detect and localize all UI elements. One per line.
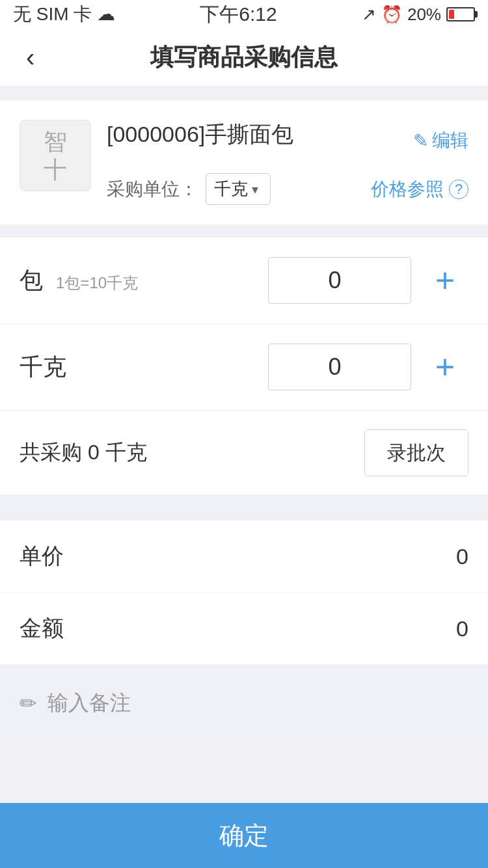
- battery-icon: [446, 7, 475, 21]
- quantity-input-wrap-package: +: [138, 257, 468, 304]
- price-reference-button[interactable]: 价格参照 ?: [371, 177, 468, 202]
- quantity-input-kg[interactable]: [268, 344, 411, 390]
- edit-label: 编辑: [432, 128, 468, 153]
- dropdown-arrow: ▾: [252, 182, 258, 197]
- quantity-sub-label: 1包=10千克: [56, 274, 138, 292]
- edit-icon: ✎: [413, 130, 428, 152]
- quantity-input-wrap-kg: +: [98, 344, 468, 390]
- unit-price-row: 单价 0: [0, 521, 488, 593]
- quantity-section: 包 1包=10千克 + 千克 + 共采购 0 千克 录批次: [0, 237, 488, 495]
- status-bar: 无 SIM 卡 ☁ 下午6:12 ↗ ⏰ 20%: [0, 0, 488, 29]
- battery-fill: [449, 10, 454, 19]
- total-text: 共采购 0 千克: [20, 439, 147, 467]
- remark-icon: ✏: [20, 691, 37, 716]
- record-batch-button[interactable]: 录批次: [364, 429, 468, 476]
- product-info: [0000006]手撕面包 ✎ 编辑 采购单位： 千克 ▾ 价格参照 ?: [107, 120, 468, 205]
- separator-1: [0, 224, 488, 237]
- status-time: 下午6:12: [200, 1, 277, 28]
- logo-top: 智: [44, 128, 67, 156]
- product-card: 智 十 [0000006]手撕面包 ✎ 编辑 采购单位： 千克 ▾ 价格参照: [0, 100, 488, 224]
- product-name: [0000006]手撕面包: [107, 120, 293, 150]
- quantity-label-kg: 千克: [20, 351, 98, 383]
- page-title: 填写商品采购信息: [150, 42, 338, 74]
- amount-row: 金额 0: [0, 593, 488, 664]
- remark-section[interactable]: ✏ 输入备注: [0, 664, 488, 742]
- unit-price-label: 单价: [20, 541, 64, 571]
- unit-dropdown[interactable]: 千克 ▾: [206, 173, 271, 205]
- quantity-label-package: 包 1包=10千克: [20, 265, 138, 297]
- amount-label: 金额: [20, 614, 64, 644]
- price-ref-label: 价格参照: [371, 177, 444, 202]
- quantity-plus-kg[interactable]: +: [422, 344, 468, 390]
- price-ref-help-icon: ?: [449, 180, 468, 199]
- status-right: ↗ ⏰ 20%: [362, 5, 475, 25]
- price-section: 单价 0 金额 0: [0, 521, 488, 664]
- quantity-input-package[interactable]: [268, 257, 411, 304]
- nav-bar: ‹ 填写商品采购信息: [0, 29, 488, 87]
- unit-value: 千克: [214, 178, 248, 200]
- location-icon: ↗: [362, 5, 376, 25]
- edit-button[interactable]: ✎ 编辑: [413, 128, 468, 153]
- unit-price-value: 0: [456, 544, 468, 569]
- footer[interactable]: 确定: [0, 803, 488, 868]
- alarm-icon: ⏰: [381, 5, 402, 25]
- product-meta: 采购单位： 千克 ▾ 价格参照 ?: [107, 173, 468, 205]
- separator-2: [0, 495, 488, 508]
- quantity-row-package: 包 1包=10千克 +: [0, 237, 488, 324]
- confirm-button[interactable]: 确定: [219, 819, 269, 852]
- quantity-row-kg: 千克 +: [0, 324, 488, 411]
- purchase-unit-label: 采购单位：: [107, 177, 198, 202]
- back-button[interactable]: ‹: [20, 36, 41, 79]
- sim-status: 无 SIM 卡 ☁: [13, 2, 115, 27]
- product-image: 智 十: [20, 120, 91, 191]
- purchase-unit: 采购单位： 千克 ▾: [107, 173, 271, 205]
- quantity-plus-package[interactable]: +: [422, 257, 468, 304]
- total-row: 共采购 0 千克 录批次: [0, 411, 488, 495]
- amount-value: 0: [456, 616, 468, 642]
- logo-bottom: 十: [44, 156, 67, 183]
- battery-percent: 20%: [407, 5, 441, 25]
- status-left: 无 SIM 卡 ☁: [13, 2, 115, 27]
- remark-placeholder: 输入备注: [47, 689, 131, 718]
